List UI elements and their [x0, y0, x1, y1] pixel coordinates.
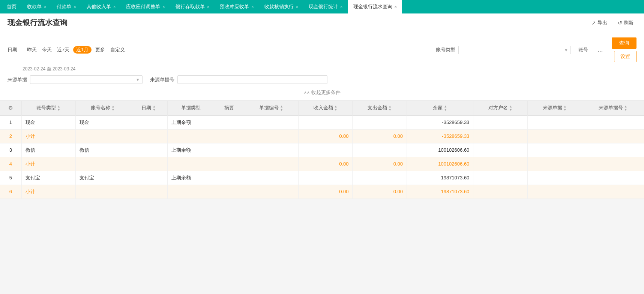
nav-tab-close-icon[interactable]: × [207, 4, 209, 9]
nav-tab-close-icon[interactable]: × [251, 4, 254, 9]
settings-button[interactable]: 设置 [614, 51, 636, 62]
account-type-select[interactable]: ▾ [458, 46, 571, 54]
cell-summary [214, 115, 244, 129]
source-doc-no-input[interactable] [177, 75, 327, 84]
cell-account_name [76, 157, 130, 171]
nav-tab-预收冲应收单[interactable]: 预收冲应收单× [215, 0, 259, 13]
col-header-doc_type: 单据类型 [168, 101, 214, 115]
sort-icon-account_name: ▲▼ [111, 105, 115, 112]
account-ellipsis[interactable]: ... [596, 46, 604, 53]
filter-row-2: 来源单据 ▾ 来源单据号 [8, 75, 636, 84]
col-header-source_doc[interactable]: 来源单据▲▼ [527, 101, 582, 115]
nav-tab-close-icon[interactable]: × [296, 4, 298, 9]
nav-tab-close-icon[interactable]: × [113, 4, 116, 9]
cell-balance: -3528659.33 [407, 129, 473, 143]
date-shortcut-昨天[interactable]: 昨天 [26, 46, 38, 54]
col-header-doc_no[interactable]: 单据编号▲▼ [244, 101, 299, 115]
nav-tab-close-icon[interactable]: × [162, 4, 165, 9]
cell-account_name [76, 185, 130, 198]
date-shortcut-今天[interactable]: 今天 [41, 46, 53, 54]
cell-doc_no [244, 171, 299, 185]
col-header-date[interactable]: 日期▲▼ [130, 101, 167, 115]
col-header-source_doc_no[interactable]: 来源单据号▲▼ [582, 101, 644, 115]
collapse-bar[interactable]: ∧∧ 收起更多条件 [8, 88, 636, 97]
nav-tab-其他收入单[interactable]: 其他收入单× [81, 0, 121, 13]
refresh-button[interactable]: ↺ 刷新 [615, 18, 636, 28]
nav-tab-银行存取款单[interactable]: 银行存取款单× [170, 0, 215, 13]
cell-income: 0.00 [298, 129, 353, 143]
cell-source_doc_no [582, 129, 644, 143]
table-row: 2小计0.000.00-3528659.33 [0, 129, 644, 143]
col-header-account_type[interactable]: 账号类型▲▼ [21, 101, 76, 115]
nav-tab-close-icon[interactable]: × [340, 4, 342, 9]
date-shortcut-近7天[interactable]: 近7天 [56, 46, 71, 54]
cell-doc_type [168, 157, 214, 171]
cell-doc_no [244, 115, 299, 129]
sort-icon-expense: ▲▼ [388, 105, 392, 112]
nav-tab-付款单[interactable]: 付款单× [51, 0, 81, 13]
cell-doc_type: 上期余额 [168, 115, 214, 129]
col-header-income[interactable]: 收入金额▲▼ [298, 101, 353, 115]
cell-summary [214, 171, 244, 185]
cell-source_doc [527, 143, 582, 157]
cell-summary [214, 185, 244, 198]
cell-source_doc_no [582, 171, 644, 185]
cell-balance: -3528659.33 [407, 115, 473, 129]
cell-account_type: 微信 [21, 143, 76, 157]
col-header-account_name[interactable]: 账号名称▲▼ [76, 101, 130, 115]
nav-tab-收款单[interactable]: 收款单× [22, 0, 51, 13]
nav-tab-应收应付调整单[interactable]: 应收应付调整单× [121, 0, 170, 13]
cell-date [130, 185, 167, 198]
cell-counterparty [473, 157, 528, 171]
cell-account_name: 现金 [76, 115, 130, 129]
refresh-icon: ↺ [618, 20, 622, 26]
cell-source_doc_no [582, 143, 644, 157]
cell-doc_no [244, 157, 299, 171]
cell-expense [353, 143, 407, 157]
collapse-label: 收起更多条件 [311, 89, 341, 96]
settings-gear-icon[interactable]: ⚙ [8, 105, 13, 111]
nav-home[interactable]: 首页 [2, 3, 22, 10]
cell-seq: 2 [0, 129, 21, 143]
date-shortcut-近1月[interactable]: 近1月 [73, 46, 92, 54]
cell-account_name [76, 129, 130, 143]
nav-tab-现金银行统计[interactable]: 现金银行统计× [303, 0, 348, 13]
col-header-counterparty[interactable]: 对方户名▲▼ [473, 101, 528, 115]
nav-tab-close-icon[interactable]: × [395, 4, 397, 9]
cell-balance: 100102606.60 [407, 157, 473, 171]
cell-summary [214, 143, 244, 157]
nav-tab-close-icon[interactable]: × [44, 4, 46, 9]
cell-source_doc [527, 185, 582, 198]
cell-seq: 3 [0, 143, 21, 157]
cell-income [298, 143, 353, 157]
cell-account_name: 支付宝 [76, 171, 130, 185]
cell-expense: 0.00 [353, 185, 407, 198]
col-header-balance[interactable]: 余额▲▼ [407, 101, 473, 115]
nav-tab-label: 现金银行流水查询 [353, 3, 392, 10]
col-header-index: ⚙ [0, 101, 21, 115]
sort-icon-source_doc: ▲▼ [563, 105, 567, 112]
cell-expense [353, 171, 407, 185]
query-button[interactable]: 查询 [612, 37, 636, 49]
cell-expense: 0.00 [353, 157, 407, 171]
nav-tab-close-icon[interactable]: × [74, 4, 76, 9]
account-label: 账号 [578, 46, 593, 53]
cell-income [298, 171, 353, 185]
col-header-expense[interactable]: 支出金额▲▼ [353, 101, 407, 115]
col-header-summary: 摘要 [214, 101, 244, 115]
date-range-display: 2023-02-24 至 2023-03-24 [21, 66, 636, 72]
source-doc-select[interactable]: ▾ [30, 75, 143, 84]
export-button[interactable]: ↗ 导出 [588, 18, 610, 28]
cell-date [130, 157, 167, 171]
cell-source_doc [527, 115, 582, 129]
date-shortcuts: 昨天今天近7天近1月更多自定义 [26, 46, 126, 54]
nav-tab-现金银行流水查询[interactable]: 现金银行流水查询× [348, 0, 402, 13]
page-title: 现金银行流水查询 [8, 18, 68, 28]
filter-row-1: 日期 昨天今天近7天近1月更多自定义 账号类型 ▾ 账号 ... 查询 设置 [8, 37, 636, 62]
date-shortcut-更多[interactable]: 更多 [94, 46, 107, 54]
cell-summary [214, 129, 244, 143]
nav-tab-收款核销执行[interactable]: 收款核销执行× [259, 0, 303, 13]
date-range-text: 2023-02-24 至 2023-03-24 [23, 66, 75, 72]
date-shortcut-自定义[interactable]: 自定义 [109, 46, 126, 54]
query-area: 查询 设置 [612, 37, 636, 62]
